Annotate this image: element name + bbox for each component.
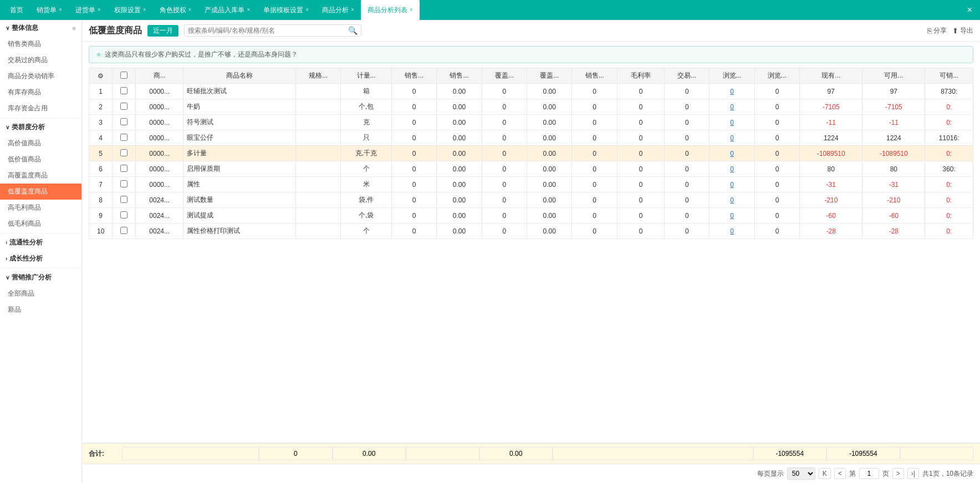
sidebar-section-overall[interactable]: ∨ 整体信息 « bbox=[0, 20, 81, 36]
cell-view1[interactable]: 0 bbox=[710, 223, 754, 239]
sidebar-item-stock-capital[interactable]: 库存资金占用 bbox=[0, 100, 81, 116]
cell-sales-amt: 0.00 bbox=[437, 208, 482, 223]
sidebar-section-flow[interactable]: › 流通性分析 bbox=[0, 235, 81, 251]
cell-view1[interactable]: 0 bbox=[710, 208, 754, 223]
nav-purchase-order[interactable]: 进货单 × bbox=[69, 0, 108, 20]
nav-close-7[interactable]: × bbox=[351, 0, 354, 20]
sidebar-item-category-turnover[interactable]: 商品分类动销率 bbox=[0, 68, 81, 84]
row-checkbox[interactable] bbox=[120, 227, 127, 234]
prev-page-btn[interactable]: < bbox=[834, 468, 846, 479]
sidebar-item-low-coverage[interactable]: 低覆盖度商品 bbox=[0, 184, 81, 200]
nav-home[interactable]: 首页 bbox=[3, 0, 30, 20]
page-number-input[interactable] bbox=[859, 468, 879, 479]
cell-current-stock: 80 bbox=[800, 161, 862, 177]
cell-code: 0024... bbox=[135, 208, 183, 223]
nav-sales-order[interactable]: 销货单 × bbox=[30, 0, 69, 20]
sidebar-section-growth[interactable]: › 成长性分析 bbox=[0, 251, 81, 267]
col-coverage2: 覆盖... bbox=[527, 68, 572, 84]
nav-template-settings[interactable]: 单据模板设置 × bbox=[257, 0, 315, 20]
nav-analysis-list[interactable]: 商品分析列表 × bbox=[361, 0, 420, 20]
sidebar-item-new-products[interactable]: 新品 bbox=[0, 302, 81, 318]
row-checkbox[interactable] bbox=[120, 180, 127, 187]
sidebar-item-low-value[interactable]: 低价值商品 bbox=[0, 151, 81, 167]
col-settings[interactable]: ⚙ bbox=[89, 68, 113, 84]
cell-transaction: 0 bbox=[665, 177, 710, 192]
table-row: 8 0024... 测试数量 袋,件 0 0.00 0 0.00 0 0 0 0… bbox=[89, 192, 973, 208]
row-checkbox[interactable] bbox=[120, 165, 127, 172]
cell-checkbox[interactable] bbox=[113, 146, 136, 161]
collapse-icon[interactable]: « bbox=[72, 24, 76, 32]
cell-view1[interactable]: 0 bbox=[710, 177, 754, 192]
row-checkbox[interactable] bbox=[120, 87, 127, 94]
nav-product-instock[interactable]: 产成品入库单 × bbox=[198, 0, 257, 20]
sidebar-item-stocked-products[interactable]: 有库存商品 bbox=[0, 84, 81, 100]
last-page-btn[interactable]: ›| bbox=[907, 468, 919, 479]
nav-close-1[interactable]: × bbox=[59, 0, 62, 20]
nav-permissions[interactable]: 权限设置 × bbox=[108, 0, 153, 20]
cell-checkbox[interactable] bbox=[113, 177, 136, 192]
cell-view1[interactable]: 0 bbox=[710, 192, 754, 208]
cell-checkbox[interactable] bbox=[113, 161, 136, 177]
cell-sellable: 0: bbox=[925, 192, 973, 208]
sidebar-section-cluster[interactable]: ∨ 类群度分析 bbox=[0, 119, 81, 135]
footer-sales-amt: 0.00 bbox=[333, 447, 406, 460]
cell-view1[interactable]: 0 bbox=[710, 161, 754, 177]
sidebar-item-sales-products[interactable]: 销售类商品 bbox=[0, 36, 81, 52]
cell-checkbox[interactable] bbox=[113, 208, 136, 223]
page-label-post: 页 bbox=[882, 469, 889, 479]
cell-coverage2: 0.00 bbox=[527, 84, 572, 99]
nav-role-auth[interactable]: 角色授权 × bbox=[153, 0, 198, 20]
nav-close-2[interactable]: × bbox=[98, 0, 101, 20]
first-page-btn[interactable]: K bbox=[819, 468, 831, 479]
sidebar-item-all-products[interactable]: 全部商品 bbox=[0, 286, 81, 302]
row-checkbox[interactable] bbox=[120, 211, 127, 218]
cell-checkbox[interactable] bbox=[113, 223, 136, 239]
cell-checkbox[interactable] bbox=[113, 99, 136, 115]
cell-view1[interactable]: 0 bbox=[710, 84, 754, 99]
cell-gross-margin: 0 bbox=[617, 146, 664, 161]
nav-close-3[interactable]: × bbox=[143, 0, 146, 20]
select-all-checkbox[interactable] bbox=[120, 72, 127, 79]
sidebar-item-traded-products[interactable]: 交易过的商品 bbox=[0, 52, 81, 68]
search-input[interactable] bbox=[188, 27, 346, 34]
per-page-select[interactable]: 50 20 100 bbox=[787, 467, 815, 480]
row-checkbox[interactable] bbox=[120, 118, 127, 125]
row-checkbox[interactable] bbox=[120, 134, 127, 141]
cell-view1[interactable]: 0 bbox=[710, 115, 754, 130]
cell-checkbox[interactable] bbox=[113, 115, 136, 130]
nav-close-5[interactable]: × bbox=[247, 0, 250, 20]
nav-close-8[interactable]: × bbox=[410, 0, 413, 20]
cell-coverage1: 0 bbox=[482, 84, 527, 99]
cell-coverage2: 0.00 bbox=[527, 146, 572, 161]
cell-checkbox[interactable] bbox=[113, 130, 136, 146]
cell-coverage1: 0 bbox=[482, 177, 527, 192]
row-checkbox[interactable] bbox=[120, 103, 127, 110]
cell-checkbox[interactable] bbox=[113, 192, 136, 208]
nav-product-analysis[interactable]: 商品分析 × bbox=[315, 0, 361, 20]
search-icon[interactable]: 🔍 bbox=[348, 26, 358, 35]
cell-view2: 0 bbox=[754, 208, 799, 223]
row-checkbox[interactable] bbox=[120, 149, 127, 156]
sidebar-item-high-margin[interactable]: 高毛利商品 bbox=[0, 200, 81, 216]
nav-close-6[interactable]: × bbox=[305, 0, 309, 20]
cell-view2: 0 bbox=[754, 223, 799, 239]
row-checkbox[interactable] bbox=[120, 196, 127, 203]
cell-view1[interactable]: 0 bbox=[710, 146, 754, 161]
close-all-tabs[interactable]: × bbox=[963, 5, 977, 15]
sidebar-item-low-margin[interactable]: 低毛利商品 bbox=[0, 216, 81, 232]
share-button[interactable]: ⎘ 分享 bbox=[927, 26, 947, 35]
cell-view1[interactable]: 0 bbox=[710, 99, 754, 115]
col-checkbox[interactable] bbox=[113, 68, 136, 84]
sidebar-section-marketing[interactable]: ∨ 营销推广分析 bbox=[0, 270, 81, 286]
cell-view1[interactable]: 0 bbox=[710, 130, 754, 146]
cell-current-stock: -11 bbox=[800, 115, 862, 130]
sidebar-item-high-value[interactable]: 高价值商品 bbox=[0, 135, 81, 151]
cell-no: 4 bbox=[89, 130, 113, 146]
nav-close-4[interactable]: × bbox=[188, 0, 192, 20]
sidebar-item-high-coverage[interactable]: 高覆盖度商品 bbox=[0, 167, 81, 184]
cell-checkbox[interactable] bbox=[113, 84, 136, 99]
next-page-btn[interactable]: > bbox=[892, 468, 904, 479]
cell-spec bbox=[295, 130, 340, 146]
export-button[interactable]: ⬆ 导出 bbox=[952, 26, 973, 35]
period-button[interactable]: 近一月 bbox=[147, 25, 178, 37]
